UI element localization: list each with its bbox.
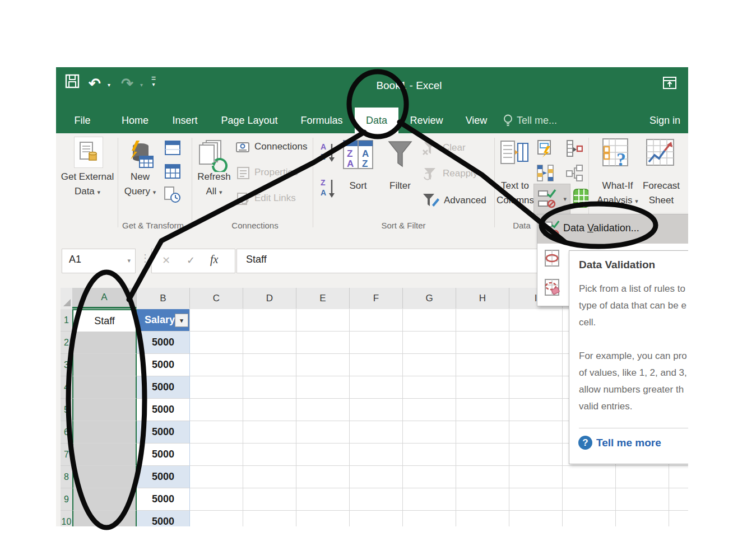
tab-home[interactable]: Home: [122, 108, 149, 133]
remove-duplicates-button[interactable]: [536, 164, 555, 183]
column-header-E[interactable]: E: [296, 288, 350, 309]
cell-A10[interactable]: [72, 511, 137, 526]
get-external-data-button[interactable]: [74, 137, 103, 168]
tab-view[interactable]: View: [466, 108, 488, 133]
cell-B7[interactable]: 5000: [137, 444, 190, 466]
cell-D4[interactable]: [243, 376, 296, 399]
tab-formulas[interactable]: Formulas: [300, 108, 342, 133]
cell-I1[interactable]: [509, 309, 563, 332]
cell-B5[interactable]: 5000: [137, 399, 190, 421]
cell-E9[interactable]: [296, 488, 350, 511]
cell-G2[interactable]: [403, 332, 456, 354]
from-table-button[interactable]: [164, 162, 182, 180]
cell-x8[interactable]: [563, 466, 616, 488]
cell-H5[interactable]: [456, 399, 509, 421]
cell-C7[interactable]: [190, 444, 243, 466]
cell-H2[interactable]: [456, 332, 509, 354]
column-header-A[interactable]: A: [72, 288, 137, 309]
column-header-B[interactable]: B: [137, 288, 190, 309]
cell-x10[interactable]: [616, 511, 669, 526]
cell-I4[interactable]: [509, 376, 563, 399]
fx-icon[interactable]: fx: [210, 253, 218, 266]
advanced-filter-button[interactable]: [421, 193, 440, 208]
tab-insert[interactable]: Insert: [172, 108, 197, 133]
cell-B9[interactable]: 5000: [137, 488, 190, 511]
cell-F7[interactable]: [350, 444, 403, 466]
sort-desc-button[interactable]: Z A: [318, 177, 338, 199]
cell-F8[interactable]: [350, 466, 403, 488]
connections-button[interactable]: [235, 140, 251, 155]
name-box[interactable]: A1 ▾: [62, 249, 136, 273]
forecast-sheet-button[interactable]: [644, 137, 678, 171]
cell-G4[interactable]: [403, 376, 456, 399]
cell-E5[interactable]: [296, 399, 350, 421]
column-header-H[interactable]: H: [456, 288, 509, 309]
cell-C2[interactable]: [190, 332, 243, 354]
cell-F5[interactable]: [350, 399, 403, 421]
row-header-5[interactable]: 5: [61, 399, 73, 421]
cell-D2[interactable]: [243, 332, 296, 354]
formula-bar-splitter[interactable]: ⋮: [140, 252, 150, 264]
data-validation-dropdown-arrow[interactable]: ▾: [563, 195, 567, 203]
flash-fill-button[interactable]: [536, 139, 555, 158]
cell-E6[interactable]: [296, 421, 350, 444]
new-query-button[interactable]: [122, 138, 157, 174]
cell-D8[interactable]: [243, 466, 296, 488]
cell-F4[interactable]: [350, 376, 403, 399]
recent-sources-button[interactable]: [164, 186, 182, 204]
row-header-10[interactable]: 10: [61, 511, 73, 526]
text-to-columns-button[interactable]: [499, 138, 531, 170]
sign-in-button[interactable]: Sign in: [649, 108, 680, 133]
cell-C1[interactable]: [190, 309, 243, 332]
cell-H3[interactable]: [456, 354, 509, 376]
cell-I8[interactable]: [509, 466, 563, 488]
menu-item-data-validation[interactable]: Data Validation...: [537, 214, 688, 244]
cell-G1[interactable]: [403, 309, 456, 332]
tab-file[interactable]: File: [74, 108, 90, 133]
cell-D5[interactable]: [243, 399, 296, 421]
cell-I2[interactable]: [509, 332, 563, 354]
save-button[interactable]: [65, 74, 80, 91]
tell-me-more-link[interactable]: Tell me more: [596, 437, 661, 449]
cell-A9[interactable]: [72, 488, 137, 511]
column-header-F[interactable]: F: [350, 288, 403, 309]
cell-I3[interactable]: [509, 354, 563, 376]
undo-button[interactable]: ↶: [89, 75, 101, 92]
advanced-label[interactable]: Advanced: [444, 195, 486, 206]
cell-A6[interactable]: [72, 421, 137, 444]
cell-H9[interactable]: [456, 488, 509, 511]
cell-F1[interactable]: [350, 309, 403, 332]
cell-A3[interactable]: [72, 354, 137, 376]
manage-data-model-button[interactable]: [572, 186, 591, 211]
cell-B1[interactable]: Salary▾: [137, 309, 190, 332]
sort-asc-button[interactable]: A Z: [318, 141, 338, 164]
cell-E8[interactable]: [296, 466, 350, 488]
cell-B4[interactable]: 5000: [137, 376, 190, 399]
cell-D3[interactable]: [243, 354, 296, 376]
cell-F9[interactable]: [350, 488, 403, 511]
cell-C8[interactable]: [190, 466, 243, 488]
properties-button[interactable]: [235, 166, 251, 180]
cell-G9[interactable]: [403, 488, 456, 511]
cell-H6[interactable]: [456, 421, 509, 444]
cell-E7[interactable]: [296, 444, 350, 466]
row-header-2[interactable]: 2: [61, 332, 73, 354]
column-header-G[interactable]: G: [403, 288, 456, 309]
sort-button[interactable]: Z A A Z: [341, 138, 375, 171]
cell-x9[interactable]: [669, 488, 688, 511]
row-header-9[interactable]: 9: [61, 488, 73, 511]
cell-C6[interactable]: [190, 421, 243, 444]
cell-G5[interactable]: [403, 399, 456, 421]
qat-customize-button[interactable]: =▾: [151, 76, 156, 88]
cell-I7[interactable]: [509, 444, 563, 466]
ribbon-display-button[interactable]: [662, 76, 677, 92]
cell-x8[interactable]: [616, 466, 669, 488]
row-header-3[interactable]: 3: [61, 354, 73, 376]
relationships-button[interactable]: [565, 164, 584, 183]
reapply-button[interactable]: [421, 167, 438, 181]
cell-H10[interactable]: [456, 511, 509, 526]
refresh-all-button[interactable]: [196, 138, 231, 174]
cell-D7[interactable]: [243, 444, 296, 466]
cell-B10[interactable]: 5000: [137, 511, 190, 526]
cell-E1[interactable]: [296, 309, 350, 332]
